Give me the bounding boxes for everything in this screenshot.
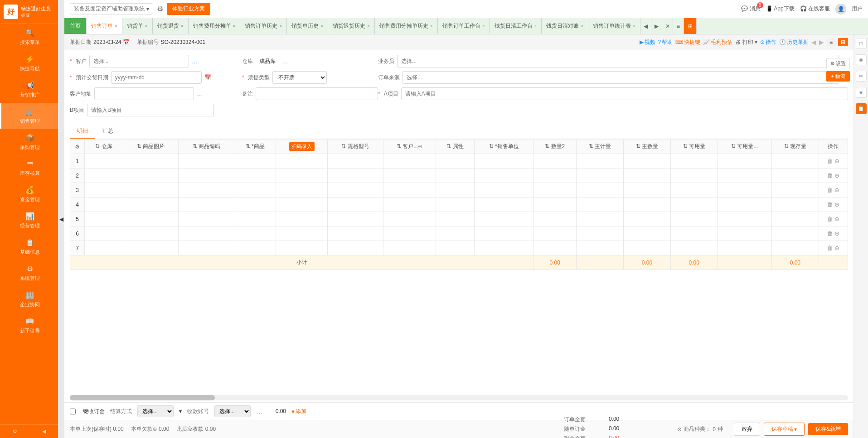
- col-spec[interactable]: ⇅ 规格型号: [328, 140, 383, 154]
- b-project-input[interactable]: [87, 104, 214, 116]
- col-main-unit[interactable]: ⇅ 主计量: [577, 140, 624, 154]
- nav-next-icon[interactable]: ▶: [819, 39, 824, 46]
- calendar-icon[interactable]: 📅: [123, 39, 130, 45]
- tab-sales-refund-history[interactable]: 销货退货历史 ×: [328, 18, 375, 34]
- nav-prev-icon[interactable]: ◀: [811, 39, 816, 46]
- salesperson-input[interactable]: [397, 55, 839, 67]
- col-available2[interactable]: ⇅ 可用量...: [718, 140, 771, 154]
- row-delete-btn[interactable]: 🗑: [827, 245, 833, 251]
- grid-view-icon[interactable]: ⊞: [838, 38, 848, 46]
- account-more-btn[interactable]: …: [256, 408, 262, 415]
- discard-button[interactable]: 放弃: [734, 423, 760, 436]
- sidebar-item-sales[interactable]: 🛒 销售管理: [0, 103, 58, 129]
- tab-sales-refund[interactable]: 销货退货 ×: [153, 18, 189, 34]
- view-video-btn[interactable]: ▶ 视频: [640, 39, 655, 46]
- right-icon-5[interactable]: 📋: [856, 103, 867, 114]
- row-delete-btn[interactable]: 🗑: [827, 230, 833, 237]
- row-delete-btn[interactable]: 🗑: [827, 172, 833, 179]
- row-delete-btn[interactable]: 🗑: [827, 187, 833, 193]
- payment-method-select[interactable]: 选择...: [137, 405, 174, 417]
- scan-button[interactable]: 扫码录入: [289, 142, 315, 151]
- history-btn[interactable]: 🕐 历史单据: [779, 39, 809, 46]
- add-material-btn[interactable]: + 物流: [826, 71, 850, 82]
- sidebar-item-operations[interactable]: 📊 经营管理: [0, 207, 58, 234]
- col-qty2[interactable]: ⇅ 数量2: [533, 140, 576, 154]
- header-gear-icon[interactable]: ⚙: [157, 5, 163, 13]
- help-btn[interactable]: ? 帮助: [658, 39, 673, 46]
- tab-close-all-btn[interactable]: ✕: [662, 18, 673, 34]
- right-icon-3[interactable]: ✏: [856, 71, 867, 82]
- col-warehouse[interactable]: ⇅ 仓库: [85, 140, 123, 154]
- delivery-calendar-icon[interactable]: 📅: [204, 74, 211, 81]
- row-delete-btn[interactable]: 🗑: [827, 201, 833, 208]
- tab-sales-order[interactable]: 销售订单 ×: [87, 18, 122, 34]
- sidebar-item-basic-info[interactable]: 📋 基础信息: [0, 234, 58, 260]
- row-delete-btn[interactable]: 🗑: [827, 216, 833, 222]
- a-project-input[interactable]: [401, 87, 848, 100]
- tab-close-icon[interactable]: ×: [430, 24, 433, 29]
- sidebar-item-marketing[interactable]: 📢 营销推广: [0, 77, 58, 103]
- sidebar-item-system[interactable]: ⚙ 系统管理: [0, 260, 58, 286]
- invoice-type-select[interactable]: 不开票: [272, 71, 327, 84]
- tab-close-icon[interactable]: ×: [534, 24, 537, 29]
- list-view-icon[interactable]: ≡: [827, 38, 835, 46]
- solution-button[interactable]: 体验行业方案: [167, 3, 210, 15]
- one-click-payment-check[interactable]: [70, 409, 76, 414]
- save-new-button[interactable]: 保存&新增: [808, 423, 848, 435]
- print-btn[interactable]: 🖨 打印 ▾: [735, 39, 757, 46]
- remark-input[interactable]: [256, 87, 378, 100]
- sidebar-collapse-handle[interactable]: ◀: [58, 0, 64, 438]
- right-icon-4[interactable]: ★: [856, 87, 867, 98]
- sidebar-item-purchase[interactable]: 📦 采购管理: [0, 129, 58, 155]
- row-copy-btn[interactable]: ⊕: [834, 187, 839, 193]
- add-payment-btn[interactable]: ● 添加: [291, 408, 306, 415]
- sidebar-item-search[interactable]: 🔍 搜索菜单: [0, 24, 58, 50]
- col-main-qty[interactable]: ⇅ 主数量: [624, 140, 671, 154]
- col-product[interactable]: ⇅ *商品: [234, 140, 276, 154]
- tab-cash-daily-clear[interactable]: 钱货日清工作台 ×: [490, 18, 542, 34]
- account-select[interactable]: 选择...: [214, 405, 251, 417]
- tab-close-icon[interactable]: ×: [233, 24, 236, 29]
- tab-sales-return[interactable]: 销货单 ×: [122, 18, 153, 34]
- tab-close-icon[interactable]: ×: [581, 24, 583, 29]
- tab-close-icon[interactable]: ×: [279, 24, 282, 29]
- tab-detail[interactable]: 明细: [70, 125, 95, 139]
- app-download-link[interactable]: 📱 App下载: [766, 5, 795, 13]
- sidebar-item-inventory[interactable]: 🗃 库存核算: [0, 155, 58, 181]
- save-draft-button[interactable]: 保存草稿 ▾: [764, 423, 805, 436]
- tab-sales-expense[interactable]: 销售费用分摊单 ×: [189, 18, 241, 34]
- row-copy-btn[interactable]: ⊕: [834, 230, 839, 237]
- order-source-input[interactable]: [402, 71, 839, 84]
- col-unit[interactable]: ⇅ *销售单位: [475, 140, 533, 154]
- sidebar-settings-btn[interactable]: ⚙: [13, 428, 17, 434]
- sidebar-item-finance[interactable]: 💰 资金管理: [0, 181, 58, 207]
- col-customer-ref[interactable]: ⇅ 客户...⊙: [383, 140, 436, 154]
- table-scrollbar-thumb[interactable]: [70, 395, 215, 400]
- tab-maximize-btn[interactable]: ⊞: [684, 18, 697, 34]
- row-delete-btn[interactable]: 🗑: [827, 158, 833, 164]
- profit-btn[interactable]: 📈 毛利预估: [703, 39, 732, 46]
- row-copy-btn[interactable]: ⊕: [834, 201, 839, 208]
- customer-addr-input[interactable]: [94, 87, 194, 100]
- tab-sales-expense-history[interactable]: 销售费用分摊单历史 ×: [375, 18, 438, 34]
- col-current-stock[interactable]: ⇅ 现存量: [772, 140, 819, 154]
- col-available[interactable]: ⇅ 可用量: [670, 140, 718, 154]
- tab-sales-order-history[interactable]: 销售订单历史 ×: [240, 18, 287, 34]
- tab-close-icon[interactable]: ×: [320, 24, 323, 29]
- row-copy-btn[interactable]: ⊕: [834, 216, 839, 222]
- sidebar-item-enterprise[interactable]: 🏢 企业协同: [0, 286, 58, 313]
- sidebar-item-quick-nav[interactable]: ⚡ 快捷导航: [0, 50, 58, 77]
- tab-close-icon[interactable]: ×: [367, 24, 370, 29]
- customer-addr-more-btn[interactable]: …: [197, 90, 203, 97]
- tab-close-icon[interactable]: ×: [482, 24, 485, 29]
- tab-close-icon[interactable]: ×: [145, 24, 148, 29]
- shortcut-btn[interactable]: ⌨ 快捷键: [675, 39, 700, 46]
- delivery-date-input[interactable]: [111, 71, 202, 84]
- customer-more-btn[interactable]: …: [192, 58, 198, 65]
- tab-next-btn[interactable]: ▶: [651, 18, 662, 34]
- tab-close-icon[interactable]: ×: [633, 24, 635, 29]
- right-icon-2[interactable]: ◈: [856, 54, 867, 65]
- customer-input[interactable]: [89, 55, 189, 67]
- tab-close-icon[interactable]: ×: [115, 24, 117, 29]
- tab-sales-order-stats[interactable]: 销售订单统计表 ×: [588, 18, 640, 34]
